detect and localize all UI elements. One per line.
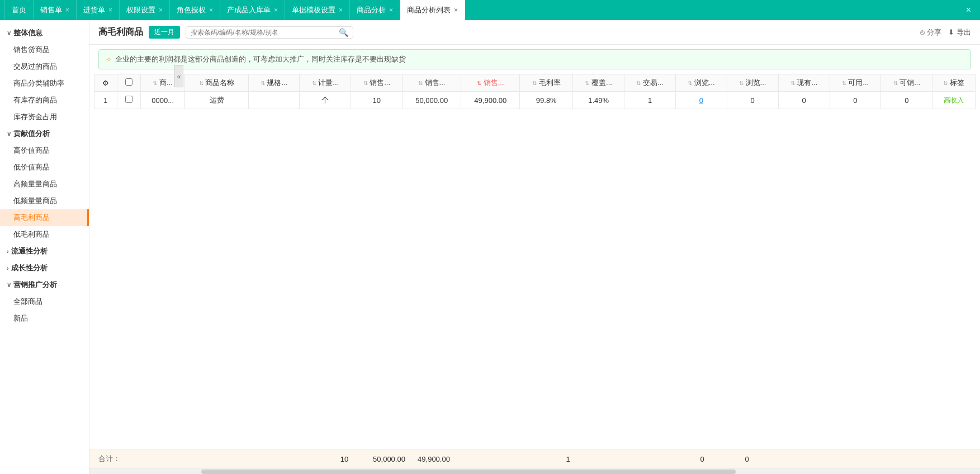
sort-icon-3: ⇅ [261,80,265,86]
sidebar-item-all-goods[interactable]: 全部商品 [0,293,89,310]
sort-icon-6: ⇅ [418,80,423,86]
footer-available: 0 [725,455,769,463]
col-cover-rate[interactable]: ⇅ 覆盖... [573,74,624,92]
sidebar-item-high-value[interactable]: 高价值商品 [0,142,89,159]
header-actions: ⎋ 分享 ⬇ 导出 [920,27,971,37]
cell-cover-rate: 1.49% [573,92,624,109]
nav-tab-permission[interactable]: 权限设置 × [120,0,170,20]
table-header-row: ⚙ ⇅ 商... ⇅ 商品名称 ⇅ 规格... ⇅ 计量... ⇅ 销售... … [94,74,976,92]
col-sales-qty[interactable]: ⇅ 销售... [351,74,403,92]
sidebar-group-marketing-analysis[interactable]: ∨ 营销推广分析 [0,276,89,293]
close-permission[interactable]: × [159,6,163,14]
col-trade-count[interactable]: ⇅ 交易... [624,74,676,92]
sidebar-item-low-margin[interactable]: 低毛利商品 [0,226,89,243]
cell-sales-amount: 50,000.00 [403,92,461,109]
sidebar-item-traded-goods[interactable]: 交易过的商品 [0,58,89,75]
cell-tag: 高收入 [932,92,976,109]
sidebar-item-sales-goods[interactable]: 销售货商品 [0,41,89,58]
footer-cells: 10 50,000.00 49,900.00 1 0 0 [132,455,971,463]
search-icon[interactable]: 🔍 [339,28,348,37]
sidebar-group-flow-analysis[interactable]: › 流通性分析 [0,243,89,260]
sidebar-collapse-button[interactable]: « [174,65,183,87]
col-sales-amount[interactable]: ⇅ 销售... [403,74,461,92]
col-checkbox[interactable] [117,74,140,92]
row-checkbox[interactable] [125,96,132,103]
close-template[interactable]: × [339,6,343,14]
nav-tab-purchase-order[interactable]: 进货单 × [77,0,120,20]
window-close-button[interactable]: × [962,5,976,15]
sidebar: ∨ 整体信息 销售货商品 交易过的商品 商品分类辅助率 有库存的商品 库存资金占… [0,20,89,474]
cell-available: 0 [830,92,881,109]
arrow-down-icon-2: ∨ [7,130,11,138]
close-purchase-order[interactable]: × [108,6,112,14]
table-container[interactable]: ⚙ ⇅ 商... ⇅ 商品名称 ⇅ 规格... ⇅ 计量... ⇅ 销售... … [89,74,980,449]
sort-icon-9: ⇅ [585,80,589,86]
cell-browse1[interactable]: 0 [675,92,727,109]
sort-icon-7: ⇅ [477,80,481,86]
nav-tab-product-analysis-list[interactable]: 商品分析列表 × [400,0,465,20]
nav-tab-home[interactable]: 首页 [4,0,34,20]
close-sales-order[interactable]: × [65,6,69,14]
cell-current-stock: 0 [778,92,830,109]
cell-checkbox[interactable] [117,92,140,109]
sidebar-group-overall-info[interactable]: ∨ 整体信息 [0,25,89,41]
export-icon: ⬇ [948,28,954,36]
col-unit[interactable]: ⇅ 计量... [300,74,351,92]
footer-sales-qty: 10 [322,455,367,463]
sidebar-item-low-value[interactable]: 低价值商品 [0,159,89,176]
cell-margin-rate: 99.8% [520,92,573,109]
content-area: 高毛利商品 近一月 🔍 ⎋ 分享 ⬇ 导出 ✧ 企业的主要的利润都是这部分商品创… [89,20,980,474]
cell-sales-qty: 10 [351,92,403,109]
col-sales-cost[interactable]: ⇅ 销售... [461,74,520,92]
footer-label: 合计： [98,454,132,464]
col-browse2[interactable]: ⇅ 浏览... [727,74,778,92]
select-all-checkbox[interactable] [125,78,132,86]
close-role[interactable]: × [209,6,213,14]
sort-icon: ⇅ [153,80,157,86]
sidebar-item-high-freq[interactable]: 高频量量商品 [0,176,89,193]
col-spec[interactable]: ⇅ 规格... [248,74,300,92]
col-available[interactable]: ⇅ 可用... [830,74,881,92]
cell-no: 1 [94,92,117,109]
sidebar-item-inventory-goods[interactable]: 有库存的商品 [0,92,89,109]
nav-tab-template[interactable]: 单据模板设置 × [285,0,350,20]
share-button[interactable]: ⎋ 分享 [920,27,941,37]
col-margin-rate[interactable]: ⇅ 毛利率 [520,74,573,92]
close-product-analysis-list[interactable]: × [454,6,458,14]
nav-tab-sales-order[interactable]: 销售单 × [34,0,77,20]
sidebar-item-low-freq[interactable]: 低频量量商品 [0,193,89,209]
cell-trade-count: 1 [624,92,676,109]
arrow-down-icon: ∨ [7,30,11,37]
sort-icon-11: ⇅ [688,80,692,86]
nav-tab-product-inbound[interactable]: 产成品入库单 × [220,0,285,20]
table-footer: 合计： 10 50,000.00 49,900.00 1 0 0 [89,449,980,468]
sidebar-item-high-margin[interactable]: 高毛利商品 [0,209,89,226]
info-icon: ✧ [106,55,112,64]
sidebar-group-assets-analysis[interactable]: ∨ 贡献值分析 [0,125,89,142]
sort-icon-13: ⇅ [790,80,795,86]
export-button[interactable]: ⬇ 导出 [948,27,971,37]
sidebar-group-growth-analysis[interactable]: › 成长性分析 [0,260,89,276]
sort-icon-5: ⇅ [363,80,368,86]
sidebar-item-goods-analysis[interactable]: 商品分类辅助率 [0,75,89,92]
col-settings[interactable]: ⚙ [94,74,117,92]
scrollbar-thumb[interactable] [201,470,736,474]
info-banner: ✧ 企业的主要的利润都是这部分商品创造的，可考虑加大推广，同时关注库存是不要出现… [98,49,971,69]
col-browse1[interactable]: ⇅ 浏览... [675,74,727,92]
nav-tab-role[interactable]: 角色授权 × [170,0,220,20]
cell-unit: 个 [300,92,351,109]
close-product-inbound[interactable]: × [274,6,278,14]
search-input[interactable] [191,29,339,36]
col-tag[interactable]: ⇅ 标签 [932,74,976,92]
date-filter-button[interactable]: 近一月 [149,26,180,39]
col-name[interactable]: ⇅ 商品名称 [185,74,248,92]
cell-saleable: 0 [881,92,932,109]
sidebar-item-new-goods[interactable]: 新品 [0,310,89,327]
sidebar-item-inventory-occupation[interactable]: 库存资金占用 [0,109,89,125]
col-saleable[interactable]: ⇅ 可销... [881,74,932,92]
col-current-stock[interactable]: ⇅ 现有... [778,74,830,92]
close-product-analysis[interactable]: × [389,6,393,14]
nav-tab-product-analysis[interactable]: 商品分析 × [350,0,400,20]
arrow-right-icon: › [7,248,9,255]
bottom-scrollbar[interactable] [89,468,980,474]
